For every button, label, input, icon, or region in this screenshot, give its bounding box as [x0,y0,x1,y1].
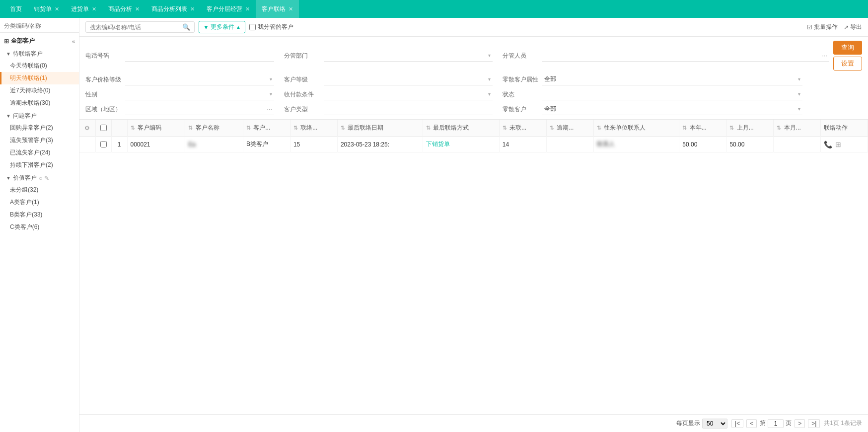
sidebar-item-tomorrow[interactable]: 明天待联络(1) [0,72,79,84]
nav-goods-list[interactable]: 商品分析列表 ✕ [145,0,201,18]
footer: 每页显示 50 100 200 |< < 第 页 > >| 共1页 1条记录 [79,414,868,432]
sidebar-item-type-a[interactable]: A类客户(1) [0,196,79,209]
query-button[interactable]: 查询 [833,41,862,55]
add-group-icon[interactable]: ○ [39,175,42,182]
retail-customer-select[interactable]: 全部 ▾ [542,103,802,115]
sort-icon: ⇅ [597,125,601,131]
per-page-select[interactable]: 50 100 200 [702,419,727,429]
close-icon[interactable]: ✕ [289,6,293,12]
price-level-select[interactable]: ▾ [125,73,274,85]
gender-select[interactable]: ▾ [125,88,274,100]
nav-home[interactable]: 首页 [4,0,28,18]
col-checkbox[interactable] [95,120,111,137]
col-name[interactable]: ⇅ 客户名称 [185,120,243,137]
sidebar-item-today[interactable]: 今天待联络(0) [0,60,79,72]
row-overdue-cell [546,137,593,152]
sidebar-item-churn-warning[interactable]: 流失预警客户(3) [0,134,79,146]
payment-select[interactable]: ▾ [324,88,493,100]
col-settings[interactable]: ⚙ [79,120,95,137]
area-select[interactable]: ··· [125,103,274,115]
customer-type-select[interactable] [324,103,493,115]
filter-customer-type: 客户类型 [284,103,493,115]
phone-input[interactable] [125,50,274,62]
triangle-icon: ▼ [6,113,11,119]
grid-action-icon[interactable]: ⊞ [835,141,841,148]
select-all-checkbox[interactable] [100,125,107,131]
main-search-input[interactable] [90,24,182,31]
close-icon[interactable]: ✕ [55,6,59,12]
phone-action-icon[interactable]: 📞 [824,141,832,148]
row-company-contact-cell: 联系人 [593,137,679,152]
my-customer-checkbox[interactable] [249,24,256,30]
col-contacts[interactable]: ⇅ 联络... [290,120,337,137]
col-this-month[interactable]: ⇅ 本月... [774,120,821,137]
page-number-input[interactable] [768,419,784,428]
sidebar-item-churned[interactable]: 已流失客户(24) [0,146,79,159]
customer-level-select[interactable]: ▾ [324,73,493,85]
sidebar-item-repurchase[interactable]: 回购异常客户(2) [0,122,79,134]
col-last-method[interactable]: ⇅ 最后联络方式 [423,120,500,137]
search-icon[interactable]: 🔍 [182,23,190,31]
prev-page-button[interactable]: < [746,419,757,428]
sidebar-search-area: 🔍 [0,18,79,33]
col-overdue[interactable]: ⇅ 逾期... [546,120,593,137]
close-icon[interactable]: ✕ [245,6,250,12]
retail-attr-select[interactable]: 全部 ▾ [542,73,802,85]
all-customers-header[interactable]: ⊞ 全部客户 « [0,33,79,47]
row-checkbox[interactable] [100,141,107,147]
row-last-method-cell[interactable]: 下销货单 [423,137,500,152]
manager-select[interactable]: ··· [542,50,829,62]
nav-customer-tier[interactable]: 客户分层经营 ✕ [201,0,256,18]
col-last-date[interactable]: ⇅ 最后联络日期 [337,120,423,137]
col-type[interactable]: ⇅ 客户... [243,120,290,137]
last-method-link[interactable]: 下销货单 [426,141,450,147]
export-button[interactable]: ↗ 导出 [844,23,862,31]
set-button[interactable]: 设置 [833,57,862,71]
sidebar-item-ungrouped[interactable]: 未分组(32) [0,184,79,196]
filter-row-1: 电话号码 分管部门 ▾ 分管人员 ··· [85,41,862,71]
col-action: 联络动作 [821,120,868,137]
chevron-down-icon: ▾ [270,91,272,97]
col-company-contact[interactable]: ⇅ 往来单位联系人 [593,120,679,137]
chevron-down-icon: ▾ [798,91,800,97]
sidebar-item-declining[interactable]: 持续下滑客户(2) [0,159,79,171]
group-value-customers[interactable]: ▼ 价值客户 ○ ✎ [0,171,79,184]
row-checkbox-cell[interactable] [95,137,111,152]
first-page-button[interactable]: |< [731,419,743,428]
group-pending-contact[interactable]: ▼ 待联络客户 [0,47,79,60]
group-problem-customers[interactable]: ▼ 问题客户 [0,109,79,122]
row-type-cell: B类客户 [243,137,290,152]
next-page-button[interactable]: > [795,419,805,428]
settings-icon[interactable]: ⚙ [84,125,90,132]
close-icon[interactable]: ✕ [92,6,96,12]
col-code[interactable]: ⇅ 客户编码 [127,120,185,137]
more-filter-button[interactable]: ▼ 更多条件 ▲ [199,21,245,33]
col-no [111,120,127,137]
my-customer-checkbox-wrap[interactable]: 我分管的客户 [249,23,293,31]
batch-button[interactable]: ☑ 批量操作 [807,23,838,31]
main-layout: 🔍 ⊞ 全部客户 « ▼ 待联络客户 今天待联络(0) 明天待联络(1) 近7天… [0,18,868,432]
sort-icon: ⇅ [293,125,298,131]
sidebar-item-overdue[interactable]: 逾期未联络(30) [0,97,79,109]
nav-customer-contact[interactable]: 客户联络 ✕ [256,0,299,18]
nav-goods-analysis[interactable]: 商品分析 ✕ [102,0,145,18]
close-icon[interactable]: ✕ [135,6,140,12]
sidebar: 🔍 ⊞ 全部客户 « ▼ 待联络客户 今天待联络(0) 明天待联络(1) 近7天… [0,18,79,432]
close-icon[interactable]: ✕ [190,6,195,12]
sidebar-item-type-b[interactable]: B类客户(33) [0,209,79,221]
col-this-year[interactable]: ⇅ 本年... [679,120,726,137]
last-page-button[interactable]: >| [808,419,820,428]
col-last-month[interactable]: ⇅ 上月... [726,120,774,137]
collapse-icon[interactable]: « [72,38,75,44]
nav-purchase[interactable]: 进货单 ✕ [65,0,102,18]
sidebar-search-input[interactable] [4,22,78,29]
dept-select[interactable]: ▾ [324,50,493,62]
col-not-contacted[interactable]: ⇅ 未联... [499,120,546,137]
edit-group-icon[interactable]: ✎ [44,175,49,182]
nav-sales[interactable]: 销货单 ✕ [28,0,65,18]
status-select[interactable]: ▾ [542,88,802,100]
grid-icon: ⊞ [4,38,9,45]
sidebar-item-7days[interactable]: 近7天待联络(0) [0,84,79,97]
sidebar-item-type-c[interactable]: C类客户(6) [0,221,79,233]
row-name-cell: Ea [185,137,243,152]
